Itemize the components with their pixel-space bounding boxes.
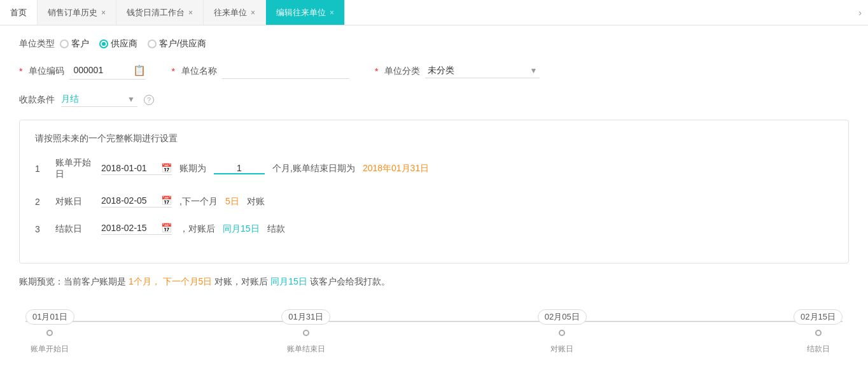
- timeline-node-2: 02月05日 对账日: [538, 309, 587, 355]
- tab-partner-label: 往来单位: [214, 7, 247, 18]
- payment-suffix: 结款: [267, 223, 285, 235]
- unit-code-input[interactable]: [69, 62, 133, 78]
- timeline-dot-3: [815, 330, 822, 336]
- unit-name-input[interactable]: 河南供应商22: [222, 63, 349, 79]
- payment-date-input-group: 📅: [101, 223, 172, 235]
- row-num-2: 2: [35, 197, 48, 207]
- radio-supplier[interactable]: 供应商: [99, 38, 137, 50]
- unit-category-star: *: [375, 66, 378, 76]
- radio-group: 客户 供应商 客户/供应商: [60, 38, 206, 50]
- timeline-label-2: 02月05日: [538, 309, 587, 325]
- payment-dropdown-icon: ▼: [127, 95, 135, 104]
- radio-customer[interactable]: 客户: [60, 38, 89, 50]
- tab-sales-history-label: 销售订单历史: [48, 7, 97, 18]
- unit-code-star: *: [19, 66, 22, 76]
- tab-partner-close[interactable]: ×: [251, 8, 255, 17]
- unit-type-group: 单位类型 客户 供应商 客户/供应商: [19, 38, 206, 50]
- radio-customer-supplier-circle: [148, 39, 157, 48]
- row-label-1: 账单开始日: [55, 157, 94, 180]
- payment-label: 收款条件: [19, 94, 55, 106]
- account-end-date: 2018年01月31日: [363, 163, 429, 174]
- unit-type-row: 单位类型 客户 供应商 客户/供应商: [19, 38, 849, 50]
- main-content: 单位类型 客户 供应商 客户/供应商 * 单位编码: [0, 25, 868, 387]
- timeline-node-1: 01月31日 账单结束日: [281, 309, 330, 355]
- payment-select[interactable]: 月结 ▼: [61, 92, 137, 107]
- tab-edit-partner-close[interactable]: ×: [330, 8, 334, 17]
- start-date-input[interactable]: [101, 163, 158, 173]
- preview-months: 1个月，: [129, 276, 160, 286]
- payment-date-cal-icon[interactable]: 📅: [161, 223, 172, 233]
- period-for-label: 账期为: [179, 163, 206, 174]
- preview-text: 账期预览：当前客户账期是 1个月， 下一个月5日 对账，对账后 同月15日 该客…: [19, 276, 849, 294]
- setting-row-2: 2 对账日 📅 ,下一个月5日 对账: [35, 195, 833, 208]
- row-num-3: 3: [35, 224, 48, 234]
- preview-reconcile-day: 下一个月5日: [163, 276, 213, 286]
- timeline-dot-2: [559, 330, 565, 336]
- tab-bar: 首页 销售订单历史 × 钱货日清工作台 × 往来单位 × 编辑往来单位 × ›: [0, 0, 868, 25]
- setting-row-1: 1 账单开始日 📅 账期为 个月,账单结束日期为 2018年01月31日: [35, 157, 833, 180]
- timeline-node-0: 01月01日 账单开始日: [25, 309, 74, 355]
- timeline-desc-3: 结款日: [807, 344, 830, 355]
- payment-row: 收款条件 月结 ▼ ?: [19, 92, 849, 107]
- tab-edit-partner-label: 编辑往来单位: [276, 7, 326, 18]
- tab-cash-work[interactable]: 钱货日清工作台 ×: [116, 0, 204, 25]
- row-label-2: 对账日: [55, 196, 94, 208]
- preview-end: 该客户会给我打款。: [310, 276, 390, 286]
- start-date-cal-icon[interactable]: 📅: [161, 163, 172, 173]
- unit-name-label: 单位名称: [181, 66, 217, 77]
- timeline-nodes: 01月01日 账单开始日 01月31日 账单结束日 02月05日 对账日 02月…: [25, 309, 843, 355]
- payment-help-icon[interactable]: ?: [144, 95, 154, 105]
- timeline-dot-0: [46, 330, 53, 336]
- timeline-label-0: 01月01日: [25, 309, 74, 325]
- tab-cash-work-close[interactable]: ×: [188, 8, 193, 17]
- payment-value: 月结: [61, 94, 127, 105]
- unit-code-field-container: 📋: [69, 62, 146, 80]
- tab-bar-arrow[interactable]: ›: [852, 0, 868, 25]
- period-input[interactable]: [214, 163, 265, 174]
- tab-partner[interactable]: 往来单位 ×: [204, 0, 266, 25]
- tab-edit-partner[interactable]: 编辑往来单位 ×: [266, 0, 345, 25]
- period-month-label: 个月,账单结束日期为: [272, 163, 355, 174]
- payment-after-label: ，对账后: [179, 223, 215, 235]
- radio-customer-supplier[interactable]: 客户/供应商: [148, 38, 206, 50]
- preview-mid: 对账，对账后: [214, 276, 268, 286]
- tab-home[interactable]: 首页: [0, 0, 38, 25]
- reconcile-date-cal-icon[interactable]: 📅: [161, 195, 172, 206]
- reconcile-date-input[interactable]: [101, 195, 158, 206]
- preview-label: 账期预览：当前客户账期是: [19, 276, 126, 286]
- settings-title: 请按照未来的一个完整帐期进行设置: [35, 133, 833, 144]
- preview-payment-day: 同月15日: [270, 276, 307, 286]
- payment-day-highlight: 同月15日: [223, 223, 260, 235]
- timeline-label-3: 02月15日: [794, 309, 843, 325]
- radio-supplier-circle: [99, 39, 108, 48]
- unit-code-copy-icon[interactable]: 📋: [133, 64, 146, 76]
- tab-sales-history-close[interactable]: ×: [101, 8, 106, 17]
- code-name-row: * 单位编码 📋 * 单位名称 河南供应商22 * 单位分类 未分类 ▼: [19, 62, 849, 80]
- timeline-label-1: 01月31日: [281, 309, 330, 325]
- unit-category-label: 单位分类: [384, 66, 420, 77]
- unit-category-dropdown-icon: ▼: [529, 66, 537, 75]
- tab-home-label: 首页: [10, 7, 27, 18]
- unit-name-star: *: [171, 66, 174, 76]
- radio-supplier-label: 供应商: [111, 38, 137, 50]
- row-num-1: 1: [35, 164, 48, 174]
- reconcile-suffix: 对账: [247, 196, 265, 208]
- tab-cash-work-label: 钱货日清工作台: [127, 7, 185, 18]
- reconcile-prefix: ,下一个月: [179, 196, 218, 208]
- unit-category-select[interactable]: 未分类 ▼: [425, 64, 540, 78]
- unit-name-group: * 单位名称 河南供应商22: [171, 63, 349, 79]
- payment-date-input[interactable]: [101, 223, 158, 233]
- timeline-desc-2: 对账日: [550, 344, 573, 355]
- radio-customer-label: 客户: [71, 38, 89, 50]
- unit-category-group: * 单位分类 未分类 ▼: [375, 64, 540, 78]
- start-date-input-group: 📅: [101, 163, 172, 175]
- unit-code-label: 单位编码: [29, 66, 64, 77]
- timeline-desc-0: 账单开始日: [31, 344, 69, 355]
- timeline-dot-1: [303, 330, 309, 336]
- setting-row-3: 3 结款日 📅 ，对账后 同月15日 结款: [35, 223, 833, 235]
- unit-type-label: 单位类型: [19, 38, 55, 50]
- unit-code-group: * 单位编码 📋: [19, 62, 146, 80]
- radio-customer-circle: [60, 39, 69, 48]
- row-label-3: 结款日: [55, 223, 94, 235]
- tab-sales-history[interactable]: 销售订单历史 ×: [38, 0, 116, 25]
